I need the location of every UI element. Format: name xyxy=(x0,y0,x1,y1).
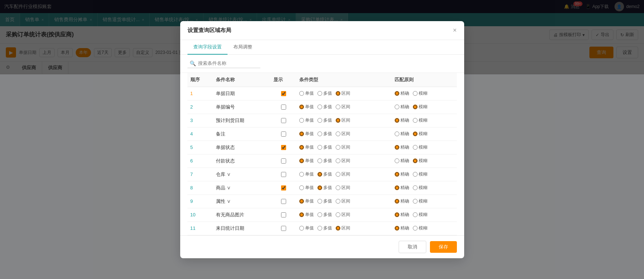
dialog-tabs: 查询字段设置 布局调整 xyxy=(180,40,464,55)
table-header-row: 顺序 条件名称 显示 条件类型 匹配原则 xyxy=(187,73,457,75)
dialog-table-wrap: 顺序 条件名称 显示 条件类型 匹配原则 1单据日期单值多值区间精确模糊2单据编… xyxy=(180,73,464,75)
col-display: 显示 xyxy=(270,73,296,75)
search-input[interactable] xyxy=(198,60,256,66)
tab-field-settings[interactable]: 查询字段设置 xyxy=(187,40,228,55)
search-icon: 🔍 xyxy=(190,60,196,66)
settings-dialog: 设置查询区域布局 × 查询字段设置 布局调整 🔍 顺序 xyxy=(180,21,464,75)
dialog-search: 🔍 xyxy=(180,55,464,73)
dialog-overlay: 设置查询区域布局 × 查询字段设置 布局调整 🔍 顺序 xyxy=(0,0,644,74)
search-input-wrap: 🔍 xyxy=(187,59,260,68)
col-name: 条件名称 xyxy=(213,73,270,75)
dialog-table: 顺序 条件名称 显示 条件类型 匹配原则 1单据日期单值多值区间精确模糊2单据编… xyxy=(187,73,457,75)
tab-layout-adjust[interactable]: 布局调整 xyxy=(228,40,258,55)
dialog-title: 设置查询区域布局 xyxy=(187,27,231,34)
col-seq: 顺序 xyxy=(187,73,213,75)
col-match: 匹配原则 xyxy=(392,73,457,75)
col-type: 条件类型 xyxy=(296,73,392,75)
dialog-header: 设置查询区域布局 × xyxy=(180,21,464,40)
dialog-close-button[interactable]: × xyxy=(453,27,457,34)
